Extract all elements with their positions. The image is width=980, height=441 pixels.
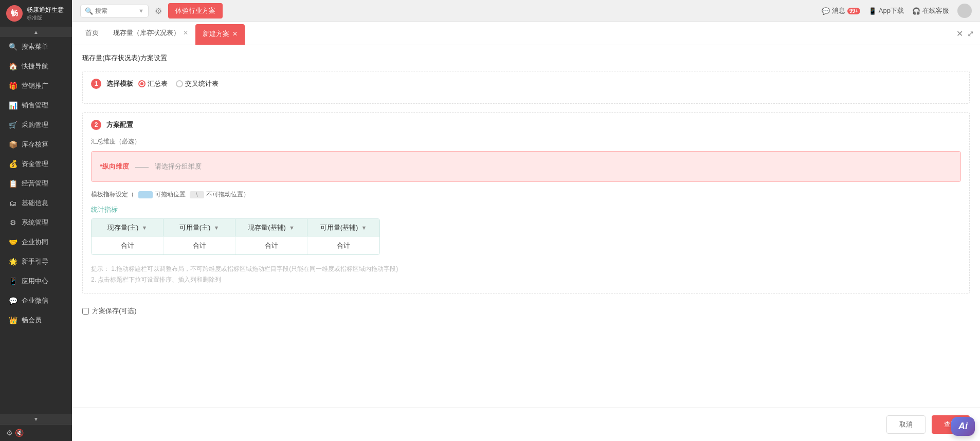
sidebar-item-label: 资金管理	[22, 159, 48, 169]
stats-table-header: 现存量(主) ▼ 可用量(主) ▼ 现存量(基辅) ▼ 可用量(基辅) ▼	[92, 219, 379, 236]
sidebar-item-ops[interactable]: 📋 经营管理	[0, 174, 72, 193]
basic-info-icon: 🗂	[8, 198, 17, 208]
sidebar-item-label: 基础信息	[22, 198, 48, 208]
dimension-label: 汇总维度（必选）	[91, 137, 961, 146]
sidebar-item-purchase[interactable]: 🛒 采购管理	[0, 115, 72, 135]
footer: 取消 查询	[72, 408, 980, 441]
marketing-icon: 🎁	[8, 81, 17, 90]
tab-home[interactable]: 首页	[78, 23, 106, 44]
sidebar-item-label: 采购管理	[22, 120, 48, 130]
radio-summary[interactable]: 汇总表	[138, 79, 168, 88]
save-checkbox-label[interactable]: 方案保存(可选)	[82, 306, 970, 316]
sidebar-item-finance[interactable]: 💰 资金管理	[0, 154, 72, 174]
stats-col-3[interactable]: 可用量(基辅) ▼	[307, 219, 379, 236]
sidebar-scroll-down[interactable]: ▼	[0, 414, 72, 424]
stats-col-0[interactable]: 现存量(主) ▼	[92, 219, 164, 236]
tab-new-plan[interactable]: 新建方案 ✕	[195, 24, 245, 45]
search-input[interactable]	[95, 7, 136, 14]
not-draggable-indicator: 不可拖动位置）	[190, 190, 249, 199]
stats-col-2-label: 现存量(基辅)	[248, 223, 286, 232]
messages-label: 消息	[832, 6, 845, 15]
new-guide-icon: 🌟	[8, 257, 17, 266]
radio-cross-label: 交叉统计表	[185, 79, 219, 88]
dimension-section-label: 汇总维度（必选）	[91, 138, 140, 145]
dropdown-icon[interactable]: ▼	[138, 8, 144, 14]
sidebar-item-member[interactable]: 👑 畅会员	[0, 310, 72, 330]
dimension-box[interactable]: *纵向维度 —— 请选择分组维度	[91, 151, 961, 182]
sidebar-item-basic-info[interactable]: 🗂 基础信息	[0, 193, 72, 213]
draggable-box	[138, 191, 153, 198]
corp-agreement-icon: 🤝	[8, 237, 17, 247]
not-draggable-label: 不可拖动位置）	[206, 190, 249, 199]
sidebar-logo: 畅 畅康通好生意 标准版	[0, 0, 72, 27]
app-download-button[interactable]: 📱 App下载	[868, 6, 904, 15]
ai-bubble[interactable]: Ai	[951, 417, 975, 436]
online-support-button[interactable]: 🎧 在线客服	[912, 6, 949, 15]
sidebar-item-label: 销售管理	[22, 101, 48, 110]
settings-button[interactable]: ⚙	[6, 429, 13, 437]
sidebar-item-label: 快捷导航	[22, 62, 48, 71]
sidebar-logo-text: 畅康通好生意 标准版	[27, 6, 64, 22]
app-center-icon: 📱	[8, 277, 17, 286]
save-checkbox-input[interactable]	[82, 308, 89, 315]
sidebar-item-new-guide[interactable]: 🌟 新手引导	[0, 252, 72, 271]
message-icon: 💬	[822, 7, 830, 15]
sidebar-item-system[interactable]: ⚙ 系统管理	[0, 213, 72, 232]
stats-col-1[interactable]: 可用量(主) ▼	[164, 219, 235, 236]
sidebar-item-sales[interactable]: 📊 销售管理	[0, 96, 72, 115]
dimension-placeholder: 请选择分组维度	[155, 162, 202, 171]
tab-home-label: 首页	[85, 28, 99, 38]
chevron-down-icon-1: ▼	[213, 225, 219, 231]
sidebar-item-corp-wechat[interactable]: 💬 企业微信	[0, 291, 72, 310]
gear-icon[interactable]: ⚙	[155, 6, 162, 16]
finance-icon: 💰	[8, 159, 17, 169]
app-download-label: App下载	[879, 6, 904, 15]
save-checkbox-area: 方案保存(可选)	[82, 302, 970, 320]
radio-cross[interactable]: 交叉统计表	[176, 79, 219, 88]
not-draggable-box	[190, 191, 204, 198]
search-menu-icon: 🔍	[8, 42, 17, 51]
chevron-down-icon-3: ▼	[361, 225, 367, 231]
step1-header: 1 选择模板 汇总表 交叉统计表	[91, 79, 961, 89]
main-area: 🔍 ▼ ⚙ 体验行业方案 💬 消息 99+ 📱 App下载 🎧 在线客服	[72, 0, 980, 441]
sidebar-item-search-menu[interactable]: 🔍 搜索菜单	[0, 37, 72, 57]
inventory-icon: 📦	[8, 140, 17, 149]
sidebar-item-label: 企业微信	[22, 296, 48, 305]
tab-inventory[interactable]: 现存量（库存状况表） ✕	[106, 23, 195, 44]
topbar-search-box[interactable]: 🔍 ▼	[80, 5, 149, 17]
corp-wechat-icon: 💬	[8, 296, 17, 305]
sidebar-item-label: 畅会员	[22, 316, 42, 325]
sidebar-item-label: 经营管理	[22, 179, 48, 188]
tab-new-plan-close[interactable]: ✕	[232, 30, 238, 38]
sidebar-item-quick-nav[interactable]: 🏠 快捷导航	[0, 57, 72, 76]
mute-button[interactable]: 🔇	[15, 429, 24, 437]
topbar-right: 💬 消息 99+ 📱 App下载 🎧 在线客服	[822, 4, 972, 18]
purchase-icon: 🛒	[8, 120, 17, 130]
draggable-indicator: 可拖动位置	[138, 190, 186, 199]
trial-button[interactable]: 体验行业方案	[168, 3, 223, 19]
member-icon: 👑	[8, 316, 17, 325]
tab-new-plan-label: 新建方案	[203, 29, 229, 39]
topbar: 🔍 ▼ ⚙ 体验行业方案 💬 消息 99+ 📱 App下载 🎧 在线客服	[72, 0, 980, 22]
headset-icon: 🎧	[912, 7, 920, 15]
online-support-label: 在线客服	[922, 6, 949, 15]
tabs-right-controls: ✕ ⤢	[956, 29, 974, 39]
cancel-button[interactable]: 取消	[886, 415, 925, 434]
ops-icon: 📋	[8, 179, 17, 188]
messages-button[interactable]: 💬 消息 99+	[822, 6, 860, 15]
expand-tab-button[interactable]: ⤢	[967, 29, 974, 39]
avatar[interactable]	[957, 4, 972, 18]
sidebar-item-app-center[interactable]: 📱 应用中心	[0, 271, 72, 291]
sidebar-scroll-up[interactable]: ▲	[0, 27, 72, 37]
tip-line-1: 提示： 1.拖动标题栏可以调整布局，不可跨维度或指标区域拖动栏目字段(只能在同一…	[91, 265, 961, 273]
close-tab-button[interactable]: ✕	[956, 29, 963, 39]
sidebar-item-corp-agreement[interactable]: 🤝 企业协同	[0, 232, 72, 252]
stats-col-2[interactable]: 现存量(基辅) ▼	[235, 219, 307, 236]
tab-inventory-close[interactable]: ✕	[183, 29, 188, 36]
sidebar-item-label: 库存核算	[22, 140, 48, 149]
sidebar-item-inventory[interactable]: 📦 库存核算	[0, 135, 72, 154]
stats-title: 统计指标	[91, 205, 961, 214]
stats-col-0-label: 现存量(主)	[107, 223, 139, 232]
sidebar-item-marketing[interactable]: 🎁 营销推广	[0, 76, 72, 96]
sidebar: 畅 畅康通好生意 标准版 ▲ 🔍 搜索菜单 🏠 快捷导航 🎁 营销推广 📊 销售…	[0, 0, 72, 441]
